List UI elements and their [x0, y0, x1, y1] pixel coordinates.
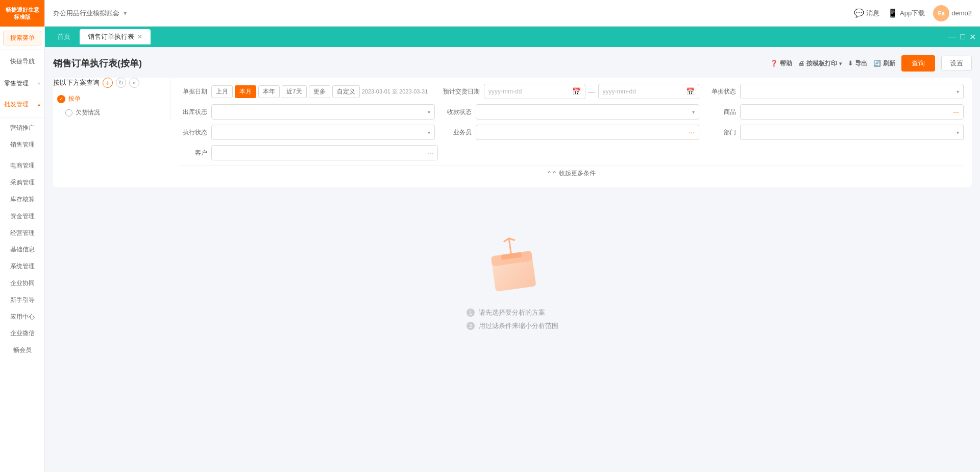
plan-collapse-button[interactable]: « [129, 78, 139, 88]
print-icon: 🖨 [798, 60, 804, 67]
sidebar-item-wechat[interactable]: 企业微信 [0, 325, 44, 342]
tab-maximize-button[interactable]: □ [960, 32, 965, 41]
tab-sales-order-exec[interactable]: 销售订单执行表 ✕ [80, 29, 151, 44]
expected-date-end[interactable]: yyyy-mm-dd 📅 [598, 84, 700, 99]
collapse-bar[interactable]: ⌃⌃ 收起更多条件 [179, 166, 964, 181]
doc-status-select[interactable]: ▾ [740, 84, 964, 99]
filter-group-salesperson: 业务员 ··· [443, 125, 699, 140]
plan-item-shortage[interactable]: 欠货情况 [53, 106, 162, 120]
filter-row-4: 客户 ··· [179, 145, 964, 160]
sidebar-item-system[interactable]: 系统管理 [0, 258, 44, 275]
date-btn-this-year[interactable]: 本年 [258, 85, 280, 98]
sidebar-item-app-center[interactable]: 应用中心 [0, 309, 44, 325]
sidebar-item-sales[interactable]: 销售管理 [0, 136, 44, 153]
sidebar-item-operations[interactable]: 经营管理 [0, 225, 44, 242]
expected-date-range: yyyy-mm-dd 📅 — yyyy-mm-dd 📅 [484, 84, 699, 99]
sidebar-item-basic-info[interactable]: 基础信息 [0, 241, 44, 258]
tab-home[interactable]: 首页 [49, 29, 79, 44]
filter-group-goods: 商品 ··· [707, 104, 964, 120]
message-button[interactable]: 💬 消息 [854, 8, 879, 18]
date-btn-last-7days[interactable]: 近7天 [282, 85, 307, 98]
main-content: 销售订单执行表(按单) ❓ 帮助 🖨 按模板打印 ▾ ⬇ 导出 [45, 47, 980, 472]
filter-main-row: 按以下方案查询 + ↻ « ✓ 按单 欠货情况 [53, 78, 972, 187]
expected-date-label: 预计交货日期 [443, 87, 480, 96]
calendar-end-icon: 📅 [686, 87, 695, 96]
date-range-display: 2023-03-01 至 2023-03-31 [362, 88, 428, 96]
sidebar-item-wholesale[interactable]: 批发管理 ▴ [4, 97, 40, 112]
message-icon: 💬 [854, 8, 864, 18]
exec-status-select[interactable]: ▾ [211, 125, 435, 140]
search-menu-button[interactable]: 搜索菜单 [3, 31, 41, 45]
message-label: 消息 [866, 9, 879, 18]
refresh-button[interactable]: 🔄 刷新 [873, 59, 895, 68]
export-button[interactable]: ⬇ 导出 [848, 59, 867, 68]
plan-refresh-button[interactable]: ↻ [116, 78, 126, 88]
date-btn-custom[interactable]: 自定义 [332, 85, 360, 98]
print-label: 按模板打印 [806, 59, 837, 68]
goods-more-icon[interactable]: ··· [953, 108, 959, 116]
filter-group-customer: 客户 ··· [179, 145, 438, 160]
app-download-button[interactable]: 📱 App下载 [888, 8, 925, 18]
salesperson-more-icon[interactable]: ··· [689, 128, 695, 136]
page-title-text: 销售订单执行表(按单) [53, 57, 142, 69]
dept-select[interactable]: ▾ [740, 125, 964, 140]
tab-minimize-button[interactable]: — [948, 32, 956, 41]
filter-group-exec-status: 执行状态 ▾ [179, 125, 435, 140]
export-icon: ⬇ [848, 60, 853, 67]
sidebar-item-ecommerce[interactable]: 电商管理 [0, 157, 44, 174]
plan-add-button[interactable]: + [103, 78, 113, 88]
customer-input[interactable]: ··· [211, 145, 438, 160]
sidebar-item-membership[interactable]: 畅会员 [0, 342, 44, 359]
page-title-actions: ❓ 帮助 🖨 按模板打印 ▾ ⬇ 导出 🔄 刷新 [770, 55, 972, 72]
collapse-label: 收起更多条件 [559, 169, 596, 178]
date-btn-last-month[interactable]: 上月 [211, 85, 233, 98]
customer-more-icon[interactable]: ··· [427, 149, 433, 157]
tab-home-label: 首页 [57, 32, 70, 41]
empty-tips-container: 1 请先选择要分析的方案 2 用过滤条件来缩小分析范围 [467, 306, 558, 333]
dept-chevron: ▾ [957, 130, 959, 135]
goods-label: 商品 [707, 108, 736, 116]
filter-group-expected-date: 预计交货日期 yyyy-mm-dd 📅 — yyyy-mm-dd [443, 84, 699, 99]
sidebar-item-inventory[interactable]: 库存核算 [0, 191, 44, 208]
tab-close-window-button[interactable]: ✕ [969, 32, 976, 42]
app-download-label: App下载 [900, 9, 925, 18]
sidebar-item-guide[interactable]: 新手引导 [0, 292, 44, 309]
print-template-button[interactable]: 🖨 按模板打印 ▾ [798, 59, 842, 68]
sidebar-item-marketing[interactable]: 营销推广 [0, 120, 44, 136]
tab-close-icon[interactable]: ✕ [137, 33, 142, 40]
date-quick-buttons: 上月 本月 本年 近7天 更多 自定义 2023-03-01 至 2023-03… [211, 85, 435, 98]
out-status-select[interactable]: ▾ [211, 104, 435, 120]
date-btn-more[interactable]: 更多 [309, 85, 330, 98]
sidebar-item-retail[interactable]: 零售管理 ▾ [4, 76, 40, 91]
receipt-status-select[interactable]: ▾ [476, 104, 699, 120]
help-label: 帮助 [780, 59, 792, 68]
filter-group-doc-status: 单据状态 ▾ [707, 84, 964, 99]
expected-date-start[interactable]: yyyy-mm-dd 📅 [484, 84, 585, 99]
user-profile[interactable]: Ea demo2 [933, 5, 972, 21]
sidebar-item-purchase[interactable]: 采购管理 [0, 174, 44, 191]
sidebar-item-enterprise[interactable]: 企业协同 [0, 275, 44, 292]
tip-2-number: 2 [467, 322, 475, 330]
sidebar-item-quick-nav[interactable]: 快捷导航 [0, 53, 44, 70]
date-btn-this-month[interactable]: 本月 [235, 85, 256, 98]
plan-item-by-order[interactable]: ✓ 按单 [53, 92, 162, 106]
help-button[interactable]: ❓ 帮助 [770, 59, 792, 68]
out-status-label: 出库状态 [179, 108, 207, 116]
sidebar-item-finance[interactable]: 资金管理 [0, 208, 44, 225]
receipt-status-chevron: ▾ [692, 109, 695, 115]
logo-text: 畅捷通好生意 [6, 6, 39, 13]
out-status-chevron: ▾ [428, 109, 430, 115]
tabbar: 首页 销售订单执行表 ✕ — □ ✕ [45, 27, 980, 47]
tabbar-actions: — □ ✕ [948, 32, 976, 42]
query-button[interactable]: 查询 [901, 55, 935, 72]
app-download-icon: 📱 [888, 8, 898, 18]
salesperson-input[interactable]: ··· [476, 125, 699, 140]
plan-active-icon: ✓ [57, 95, 65, 103]
filter-row-3: 执行状态 ▾ 业务员 ··· [179, 125, 964, 140]
breadcrumb-dropdown-icon[interactable]: ▾ [124, 9, 127, 17]
goods-input[interactable]: ··· [740, 104, 964, 120]
page-title-bar: 销售订单执行表(按单) ❓ 帮助 🖨 按模板打印 ▾ ⬇ 导出 [53, 55, 972, 72]
topbar: 办公用品行业模拟账套 ▾ 💬 消息 📱 App下载 Ea demo2 [45, 0, 980, 27]
settings-button[interactable]: 设置 [941, 56, 972, 71]
empty-tip-2-text: 用过滤条件来缩小分析范围 [479, 319, 558, 333]
